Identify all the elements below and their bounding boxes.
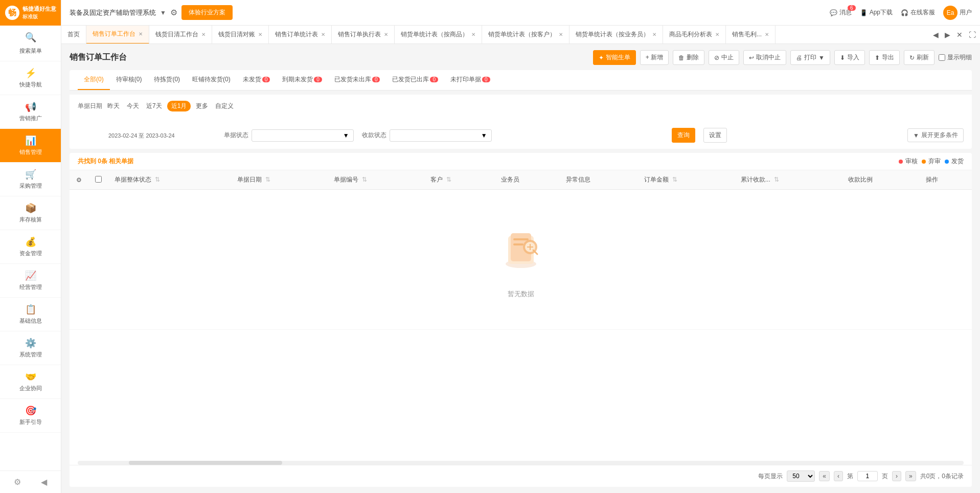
filter-date-item: 单据日期 昨天 今天 近7天 近1月 更多 自定义 [78,101,236,111]
user-profile-btn[interactable]: Ea 用户 [943,6,972,20]
sort-icon-customer[interactable]: ⇅ [446,176,451,183]
tab-close-icon-9[interactable]: ✕ [715,32,719,37]
sort-icon-date[interactable]: ⇅ [265,176,270,183]
payment-select[interactable]: ▼ [390,129,492,142]
select-all-checkbox[interactable] [95,176,102,183]
tab-sales-order-exec[interactable]: 销售订单执行表 ✕ [332,26,395,44]
sidebar-item-cooperation[interactable]: 🤝 企业协同 [0,365,61,399]
settings-bottom-btn[interactable]: ⚙ [14,477,21,487]
filter-tab-overdue-ship[interactable]: 到期未发货0 [276,70,328,90]
tab-goods-margin[interactable]: 商品毛利分析表 ✕ [663,26,726,44]
tab-sales-order-stats[interactable]: 销售订单统计表 ✕ [269,26,332,44]
sidebar-item-sales[interactable]: 📊 销售管理 [0,129,61,163]
sort-icon-collected[interactable]: ⇅ [774,176,779,183]
collapse-btn[interactable]: ◀ [41,477,47,487]
export-button[interactable]: ⬆ 导出 [869,50,900,65]
tab-sales-more[interactable]: 销售毛利... ✕ [726,26,776,44]
refresh-button[interactable]: ↻ 刷新 [904,50,935,65]
th-customer: 客户 ⇅ [424,170,495,190]
sidebar-item-operations[interactable]: 📈 经营管理 [0,264,61,298]
tab-cash-daily-clear[interactable]: 钱货日清工作台 ✕ [149,26,212,44]
filter-tab-shipped-not-out[interactable]: 已发货未出库0 [328,70,386,90]
search-button[interactable]: 查询 [672,128,695,143]
prev-page-btn[interactable]: ‹ [834,471,843,481]
sidebar-item-guide[interactable]: 🎯 新手引导 [0,399,61,433]
show-detail-checkbox[interactable] [939,54,945,61]
tab-sales-order-workbench[interactable]: 销售订单工作台 ✕ [86,26,149,44]
message-btn[interactable]: 💬 6 消息 [830,8,852,17]
ship-action-btn[interactable]: 发货 [945,157,964,166]
new-button[interactable]: + 新增 [640,50,669,65]
tab-close-icon-7[interactable]: ✕ [559,32,563,37]
date-option-today[interactable]: 今天 [125,101,141,111]
date-option-more[interactable]: 更多 [194,101,210,111]
filter-tab-unprinted[interactable]: 未打印单据0 [444,70,496,90]
app-download-btn[interactable]: 📱 App下载 [860,8,893,17]
sort-icon-status[interactable]: ⇅ [155,176,160,183]
horizontal-scrollbar[interactable] [78,461,964,465]
sidebar-item-inventory[interactable]: 📦 库存核算 [0,196,61,230]
date-option-yesterday[interactable]: 昨天 [105,101,122,111]
online-service-btn[interactable]: 🎧 在线客服 [901,8,935,17]
tab-close-icon-10[interactable]: ✕ [765,32,769,37]
sidebar-item-system[interactable]: ⚙️ 系统管理 [0,331,61,365]
tab-sales-stats-customer[interactable]: 销货单统计表（按客户） ✕ [482,26,569,44]
first-page-btn[interactable]: « [819,471,830,481]
tab-home[interactable]: 首页 [61,26,86,44]
cta-button[interactable]: 体验行业方案 [181,5,233,20]
tab-sales-stats-product[interactable]: 销货单统计表（按商品） ✕ [395,26,482,44]
page-input[interactable] [857,471,878,481]
sidebar-item-finance[interactable]: 💰 资金管理 [0,230,61,264]
review-action-btn[interactable]: 审核 [899,157,918,166]
ai-generate-button[interactable]: ✦ 智能生单 [593,50,636,65]
cancel-stop-button[interactable]: ↩ 取消中止 [743,50,786,65]
tab-sales-stats-staff[interactable]: 销货单统计表（按业务员） ✕ [569,26,663,44]
tabs-fullscreen-btn[interactable]: ⛶ [967,31,978,39]
last-page-btn[interactable]: » [905,471,916,481]
sort-icon-amount[interactable]: ⇅ [672,176,677,183]
cart-icon: 🛒 [25,169,36,180]
tab-close-icon-3[interactable]: ✕ [258,32,262,37]
filter-tab-all[interactable]: 全部(0) [78,70,110,90]
import-button[interactable]: ⬇ 导入 [834,50,865,65]
topbar-settings-icon[interactable]: ⚙ [170,8,177,17]
tabs-close-all-btn[interactable]: ✕ [954,31,965,39]
filter-tab-not-shipped[interactable]: 未发货0 [237,70,277,90]
date-option-7days[interactable]: 近7天 [144,101,164,111]
per-page-select[interactable]: 50 100 200 [787,470,815,482]
show-detail-label[interactable]: 显示明细 [939,53,972,62]
next-page-btn[interactable]: › [892,471,901,481]
system-dropdown-icon[interactable]: ▼ [160,9,166,16]
sidebar-item-search[interactable]: 🔍 搜索菜单 [0,26,61,61]
tab-close-icon-8[interactable]: ✕ [652,32,656,37]
tab-close-icon-4[interactable]: ✕ [321,32,325,37]
filter-tab-pending-inspect[interactable]: 待拣货(0) [148,70,186,90]
tab-close-icon-2[interactable]: ✕ [201,32,206,37]
tab-close-icon-5[interactable]: ✕ [384,32,388,37]
tab-cash-goods-reconcile[interactable]: 钱货日清对账 ✕ [212,26,269,44]
th-checkbox[interactable] [88,170,108,190]
status-select[interactable]: ▼ [252,129,354,142]
date-option-1month[interactable]: 近1月 [167,101,191,111]
sort-icon-number[interactable]: ⇅ [362,176,367,183]
settings-filter-button[interactable]: 设置 [703,128,727,143]
date-option-custom[interactable]: 自定义 [213,101,236,111]
scrollbar-thumb[interactable] [129,461,282,465]
tabs-next-btn[interactable]: ▶ [943,31,952,39]
tab-close-icon[interactable]: ✕ [139,31,143,37]
sidebar-item-quick-nav[interactable]: ⚡ 快捷导航 [0,61,61,95]
filter-tab-pending-review[interactable]: 待审核(0) [110,70,148,90]
tabs-prev-btn[interactable]: ◀ [931,31,941,39]
expand-more-btn[interactable]: ▼ 展开更多条件 [907,128,964,142]
sidebar-item-marketing[interactable]: 📢 营销推广 [0,95,61,129]
delete-button[interactable]: 🗑 删除 [673,50,704,65]
filter-tab-wangpu-ship[interactable]: 旺铺待发货(0) [186,70,237,90]
filter-tab-shipped-out[interactable]: 已发货已出库0 [386,70,444,90]
tab-close-icon-6[interactable]: ✕ [471,32,475,37]
sidebar-item-purchase[interactable]: 🛒 采购管理 [0,163,61,196]
cancel-review-action-btn[interactable]: 弃审 [922,157,941,166]
th-settings[interactable]: ⚙ [70,170,88,190]
print-button[interactable]: 🖨 打印 ▼ [790,50,830,65]
sidebar-item-basic-info[interactable]: 📋 基础信息 [0,298,61,331]
stop-button[interactable]: ⊘ 中止 [709,50,739,65]
